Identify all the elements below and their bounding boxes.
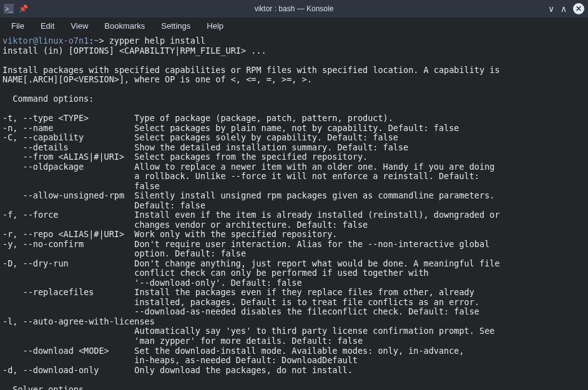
- menu-bookmarks[interactable]: Bookmarks: [97, 20, 152, 32]
- menu-help[interactable]: Help: [199, 20, 231, 32]
- titlebar: >_ 📌 viktor : bash — Konsole ∨ ∧ ✕: [0, 0, 588, 17]
- minimize-icon[interactable]: ∨: [548, 4, 554, 14]
- menubar: File Edit View Bookmarks Settings Help: [0, 17, 588, 34]
- menu-edit[interactable]: Edit: [33, 20, 62, 32]
- close-icon[interactable]: ✕: [573, 3, 584, 14]
- menu-file[interactable]: File: [4, 20, 32, 32]
- terminal-output[interactable]: viktor@linux-o7n1:~> zypper help install…: [0, 34, 588, 390]
- pin-icon[interactable]: 📌: [19, 4, 28, 13]
- titlebar-right: ∨ ∧ ✕: [509, 3, 584, 14]
- titlebar-left: >_ 📌: [4, 4, 79, 14]
- menu-settings[interactable]: Settings: [154, 20, 198, 32]
- menu-view[interactable]: View: [63, 20, 96, 32]
- terminal-icon: >_: [4, 4, 14, 14]
- maximize-icon[interactable]: ∧: [561, 4, 567, 14]
- window-title: viktor : bash — Konsole: [79, 4, 509, 13]
